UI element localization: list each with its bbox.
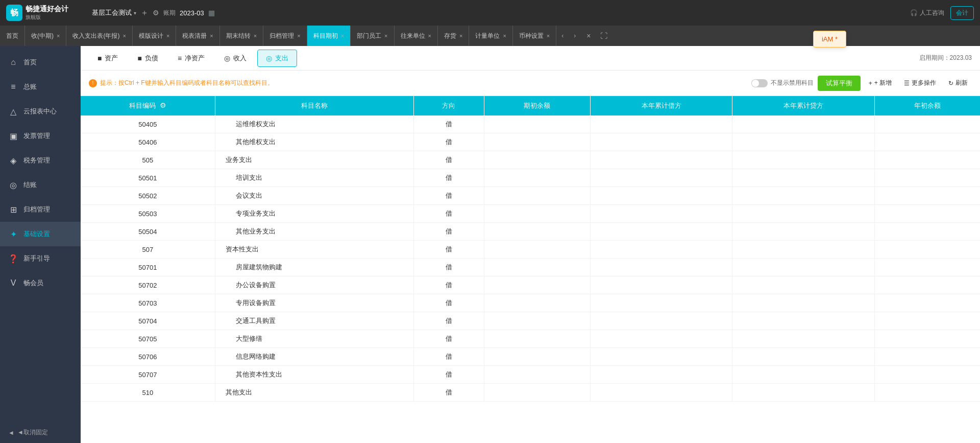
table-row[interactable]: 50504其他业务支出借 xyxy=(81,223,980,241)
cell-code: 50707 xyxy=(81,366,215,384)
cell-ytd-balance xyxy=(874,366,980,384)
table-row[interactable]: 50704交通工具购置借 xyxy=(81,312,980,330)
table-row[interactable]: 50706信息网络购建借 xyxy=(81,348,980,366)
tab-template[interactable]: 模版设计× xyxy=(133,26,176,46)
cell-ytd-debit xyxy=(590,133,732,151)
guide-icon: ❓ xyxy=(8,254,18,264)
sidebar-item-archive[interactable]: ⊞归档管理 xyxy=(0,197,81,222)
tab-income_annual[interactable]: 收入支出表(年报)× xyxy=(66,26,132,46)
cell-opening-balance xyxy=(484,312,590,330)
cell-ytd-debit xyxy=(590,241,732,259)
sidebar-item-tax[interactable]: ◈税务管理 xyxy=(0,148,81,173)
column-settings-icon[interactable]: ⚙ xyxy=(158,101,166,109)
table-row[interactable]: 50501培训支出借 xyxy=(81,169,980,187)
table-row[interactable]: 507资本性支出借 xyxy=(81,241,980,259)
tab-close-tax[interactable]: × xyxy=(210,33,213,39)
sidebar-item-invoice[interactable]: ▣发票管理 xyxy=(0,124,81,148)
tab-close-archive[interactable]: × xyxy=(297,33,300,39)
cell-ytd-balance xyxy=(874,312,980,330)
cell-ytd-credit xyxy=(732,205,874,223)
sub-tab-asset[interactable]: ■资产 xyxy=(89,50,127,67)
cell-ytd-debit xyxy=(590,223,732,241)
tab-close-department[interactable]: × xyxy=(384,33,387,39)
sub-tab-expenditure[interactable]: ◎支出 xyxy=(257,50,297,67)
sidebar-item-ledger[interactable]: ≡总账 xyxy=(0,75,81,99)
cell-ytd-debit xyxy=(590,169,732,187)
tab-unit[interactable]: 计量单位× xyxy=(469,26,512,46)
chevron-down-icon: ▾ xyxy=(134,10,136,16)
sub-tab-income[interactable]: ◎收入 xyxy=(215,50,255,67)
sidebar-label-archive: 归档管理 xyxy=(23,205,50,214)
tab-tax[interactable]: 税表清册× xyxy=(176,26,219,46)
cell-ytd-debit xyxy=(590,259,732,276)
sidebar-item-guide[interactable]: ❓新手引导 xyxy=(0,246,81,271)
add-tab-button[interactable]: ＋ xyxy=(140,8,149,18)
cell-opening-balance xyxy=(484,330,590,348)
tab-close-income_annual[interactable]: × xyxy=(122,33,126,39)
tax-icon: ◈ xyxy=(8,156,18,166)
sub-tab-liability[interactable]: ■负债 xyxy=(129,50,166,67)
tab-close-template[interactable]: × xyxy=(166,33,169,39)
tab-home[interactable]: 首页 xyxy=(0,26,25,46)
table-row[interactable]: 50405运维维权支出借 xyxy=(81,115,980,133)
tab-period_end[interactable]: 期末结转× xyxy=(220,26,263,46)
table-row[interactable]: 510其他支出借 xyxy=(81,384,980,402)
tab-balance_period[interactable]: 收(中期)× xyxy=(25,26,66,46)
sidebar-label-guide: 新手引导 xyxy=(23,254,50,263)
sidebar-footer[interactable]: ◄ ◄取消固定 xyxy=(0,422,81,443)
table-row[interactable]: 50701房屋建筑物购建借 xyxy=(81,259,980,276)
support-button[interactable]: 🎧 人工咨询 xyxy=(910,9,944,17)
tab-department[interactable]: 部门员工× xyxy=(351,26,394,46)
company-selector[interactable]: 基层工会测试 ▾ xyxy=(92,8,136,17)
sidebar-label-member: 畅会员 xyxy=(23,278,43,288)
tab-archive[interactable]: 归档管理× xyxy=(263,26,307,46)
tab-expand[interactable]: ⛶ xyxy=(596,26,611,46)
refresh-button[interactable]: ↻ 刷新 xyxy=(944,77,972,89)
table-row[interactable]: 50705大型修缮借 xyxy=(81,330,980,348)
tab-inventory[interactable]: 存货× xyxy=(438,26,469,46)
account-button[interactable]: 会计 xyxy=(950,6,974,20)
headset-icon: 🎧 xyxy=(910,9,918,16)
tab-nav-next[interactable]: › xyxy=(569,26,581,46)
tab-close-currency[interactable]: × xyxy=(547,33,550,39)
sidebar-item-reports[interactable]: △云报表中心 xyxy=(0,99,81,124)
trial-balance-button[interactable]: 试算平衡 xyxy=(818,76,861,91)
tab-currency[interactable]: 币种设置× xyxy=(513,26,556,46)
cell-code: 50406 xyxy=(81,133,215,151)
sidebar-item-closing[interactable]: ◎结账 xyxy=(0,173,81,197)
cell-ytd-balance xyxy=(874,348,980,366)
table-row[interactable]: 50702办公设备购置借 xyxy=(81,276,980,294)
tab-close-inventory[interactable]: × xyxy=(459,33,462,39)
tab-close-contacts[interactable]: × xyxy=(428,33,431,39)
disable-toggle[interactable] xyxy=(751,79,768,87)
tab-contacts[interactable]: 往来单位× xyxy=(395,26,438,46)
tab-close-all[interactable]: × xyxy=(581,26,596,46)
tab-subject_init[interactable]: 科目期初× xyxy=(307,26,351,46)
more-actions-button[interactable]: ☰ 更多操作 xyxy=(900,77,940,89)
tab-close-subject_init[interactable]: × xyxy=(341,33,344,39)
table-row[interactable]: 50502会议支出借 xyxy=(81,187,980,205)
table-row[interactable]: 50707其他资本性支出借 xyxy=(81,366,980,384)
tab-nav-prev[interactable]: ‹ xyxy=(556,26,569,46)
sub-tab-net_asset[interactable]: ≡净资产 xyxy=(169,50,213,67)
sidebar-item-settings[interactable]: ✦基础设置 xyxy=(0,222,81,246)
table-row[interactable]: 505业务支出借 xyxy=(81,151,980,169)
cell-ytd-debit xyxy=(590,115,732,133)
table-row[interactable]: 50703专用设备购置借 xyxy=(81,294,980,312)
table-row[interactable]: 50503专项业务支出借 xyxy=(81,205,980,223)
calendar-icon[interactable]: ▦ xyxy=(208,9,215,17)
sidebar-item-home[interactable]: ⌂首页 xyxy=(0,50,81,75)
col-header-opening_balance: 期初余额 xyxy=(484,96,590,115)
add-button[interactable]: + + 新增 xyxy=(865,77,896,89)
net_asset-tab-icon: ≡ xyxy=(178,54,182,62)
tab-close-unit[interactable]: × xyxy=(503,33,506,39)
cell-ytd-balance xyxy=(874,187,980,205)
notice-text: 提示：按Ctrl + F键并输入科目编码或者科目名称可以查找科目。 xyxy=(100,79,274,87)
settings-gear-icon[interactable]: ⚙ xyxy=(153,9,159,17)
tab-close-period_end[interactable]: × xyxy=(254,33,257,39)
table-row[interactable]: 50406其他维权支出借 xyxy=(81,133,980,151)
cell-opening-balance xyxy=(484,259,590,276)
tab-close-balance_period[interactable]: × xyxy=(57,33,60,39)
sidebar-item-member[interactable]: V畅会员 xyxy=(0,271,81,295)
cell-ytd-credit xyxy=(732,115,874,133)
